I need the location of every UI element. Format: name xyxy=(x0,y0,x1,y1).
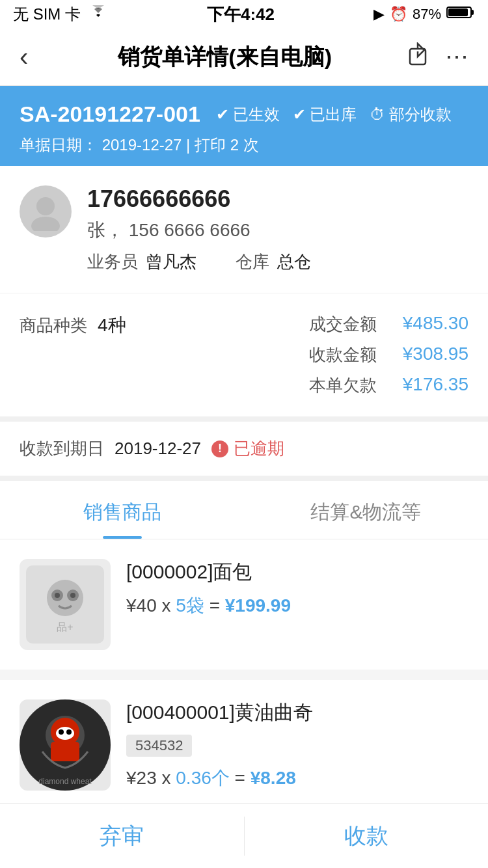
warehouse-item: 仓库 总仓 xyxy=(236,251,311,273)
order-header-top: SA-20191227-001 ✔ 已生效 ✔ 已出库 ⏱ 部分收款 xyxy=(20,102,468,127)
warehouse-value: 总仓 xyxy=(277,251,311,273)
customer-phone: 张， 156 6666 6666 xyxy=(87,218,468,243)
overdue-text: 已逾期 xyxy=(234,437,284,460)
financial-stats: 成交金额 ¥485.30 收款金额 ¥308.95 本单欠款 ¥176.35 xyxy=(309,313,468,397)
due-section: 收款到期日 2019-12-27 ! 已逾期 xyxy=(0,422,488,481)
alarm-icon: ⏰ xyxy=(390,6,407,23)
discard-review-button[interactable]: 弃审 xyxy=(0,808,244,864)
received-row: 收款金额 ¥308.95 xyxy=(309,344,468,366)
received-value: ¥308.95 xyxy=(403,344,468,366)
customer-meta: 业务员 曾凡杰 仓库 总仓 xyxy=(87,251,468,273)
order-date: 2019-12-27 xyxy=(102,136,182,154)
tab-settlement[interactable]: 结算&物流等 xyxy=(244,481,488,539)
svg-point-11 xyxy=(70,593,75,598)
product-details-bread: [0000002]面包 ¥40 x 5袋 = ¥199.99 xyxy=(126,559,468,618)
date-label: 单据日期： xyxy=(20,136,98,154)
product-name-bread: [0000002]面包 xyxy=(126,559,468,586)
nav-actions: ⋯ xyxy=(409,42,468,72)
page-title: 销货单详情(来自电脑) xyxy=(41,42,409,72)
svg-point-19 xyxy=(66,729,72,735)
nav-bar: ‹ 销货单详情(来自电脑) ⋯ xyxy=(0,29,488,86)
salesperson-item: 业务员 曾凡杰 xyxy=(87,251,197,273)
wifi-icon xyxy=(88,5,108,23)
print-text: | 打印 2 次 xyxy=(186,136,259,154)
product-qty-bread: 5袋 xyxy=(176,595,204,616)
check-icon-1: ✔ xyxy=(216,105,229,124)
status-badges: ✔ 已生效 ✔ 已出库 ⏱ 部分收款 xyxy=(216,104,452,125)
avatar xyxy=(20,185,72,237)
stats-section: 商品种类 4种 成交金额 ¥485.30 收款金额 ¥308.95 本单欠款 ¥… xyxy=(0,293,488,422)
debt-row: 本单欠款 ¥176.35 xyxy=(309,374,468,397)
customer-section: 17666666666 张， 156 6666 6666 业务员 曾凡杰 仓库 … xyxy=(0,166,488,293)
overdue-icon: ! xyxy=(211,441,228,457)
status-bar-left: 无 SIM 卡 xyxy=(13,4,108,25)
product-image-cookie: diamond wheat xyxy=(20,699,111,791)
battery-icon xyxy=(446,5,475,23)
transaction-value: ¥485.30 xyxy=(403,313,468,336)
due-date: 2019-12-27 xyxy=(115,439,201,459)
svg-point-17 xyxy=(56,727,74,740)
tabs-section: 销售商品 结算&物流等 xyxy=(0,481,488,539)
product-tag-cookie: 534532 xyxy=(126,735,192,757)
customer-info: 17666666666 张， 156 6666 6666 业务员 曾凡杰 仓库 … xyxy=(87,185,468,273)
svg-point-5 xyxy=(31,217,60,231)
status-bar-time: 下午4:42 xyxy=(207,3,275,26)
warehouse-label: 仓库 xyxy=(236,251,269,273)
customer-id: 17666666666 xyxy=(87,185,468,213)
svg-text:品+: 品+ xyxy=(57,621,73,632)
product-item-cookie: diamond wheat [000400001]黄油曲奇 534532 ¥23… xyxy=(0,680,488,810)
product-name-cookie: [000400001]黄油曲奇 xyxy=(126,699,468,726)
svg-rect-16 xyxy=(51,742,79,761)
status-bar-right: ▶ ⏰ 87% xyxy=(373,5,475,23)
tab-sales-products[interactable]: 销售商品 xyxy=(0,481,244,539)
check-icon-2: ✔ xyxy=(293,105,306,124)
product-total-bread: ¥199.99 xyxy=(225,595,291,616)
products-section: 品+ [0000002]面包 ¥40 x 5袋 = ¥199.99 xyxy=(0,539,488,810)
clock-icon: ⏱ xyxy=(370,105,385,124)
location-icon: ▶ xyxy=(373,6,385,23)
product-details-cookie: [000400001]黄油曲奇 534532 ¥23 x 0.36个 = ¥8.… xyxy=(126,699,468,791)
transaction-label: 成交金额 xyxy=(309,313,377,336)
share-icon[interactable] xyxy=(409,42,432,72)
product-item: 品+ [0000002]面包 ¥40 x 5袋 = ¥199.99 xyxy=(0,539,488,670)
order-id: SA-20191227-001 xyxy=(20,102,200,127)
salesperson-value: 曾凡杰 xyxy=(146,251,197,273)
badge-effective: ✔ 已生效 xyxy=(216,104,280,125)
svg-rect-1 xyxy=(471,10,474,15)
more-icon[interactable]: ⋯ xyxy=(445,44,468,71)
svg-rect-2 xyxy=(448,8,468,16)
overdue-badge: ! 已逾期 xyxy=(211,437,284,460)
due-label: 收款到期日 xyxy=(20,437,104,460)
svg-point-4 xyxy=(36,197,55,215)
order-date-line: 单据日期： 2019-12-27 | 打印 2 次 xyxy=(20,135,468,156)
product-total-cookie: ¥8.28 xyxy=(251,768,296,788)
received-label: 收款金额 xyxy=(309,344,377,366)
badge-shipped: ✔ 已出库 xyxy=(293,104,357,125)
debt-label: 本单欠款 xyxy=(309,374,377,397)
order-header: SA-20191227-001 ✔ 已生效 ✔ 已出库 ⏱ 部分收款 单据日期：… xyxy=(0,86,488,166)
debt-value: ¥176.35 xyxy=(403,374,468,397)
product-types: 商品种类 4种 xyxy=(20,313,126,338)
status-bar: 无 SIM 卡 下午4:42 ▶ ⏰ 87% xyxy=(0,0,488,29)
salesperson-label: 业务员 xyxy=(87,251,138,273)
types-value: 4种 xyxy=(98,313,126,338)
svg-point-18 xyxy=(59,729,64,735)
svg-point-10 xyxy=(55,593,60,598)
product-image-bread: 品+ xyxy=(20,559,111,650)
battery-text: 87% xyxy=(413,6,441,23)
product-qty-cookie: 0.36个 xyxy=(176,768,230,788)
back-button[interactable]: ‹ xyxy=(20,42,28,72)
badge-partial: ⏱ 部分收款 xyxy=(370,104,452,125)
product-price-cookie: ¥23 x 0.36个 = ¥8.28 xyxy=(126,766,468,791)
transaction-row: 成交金额 ¥485.30 xyxy=(309,313,468,336)
carrier-text: 无 SIM 卡 xyxy=(13,4,81,25)
bottom-bar: 弃审 收款 xyxy=(0,803,488,868)
collect-payment-button[interactable]: 收款 xyxy=(245,808,489,864)
types-label: 商品种类 xyxy=(20,314,87,337)
svg-text:diamond wheat: diamond wheat xyxy=(38,777,92,786)
product-price-bread: ¥40 x 5袋 = ¥199.99 xyxy=(126,593,468,618)
